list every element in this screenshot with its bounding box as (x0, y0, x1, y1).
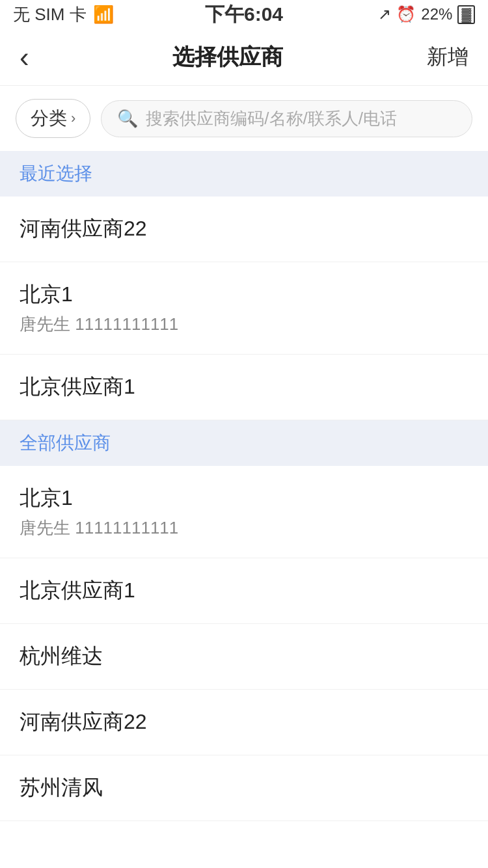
item-name: 北京1 (20, 280, 468, 309)
item-sub: 唐先生 11111111111 (20, 313, 468, 336)
alarm-icon: ⏰ (396, 5, 416, 23)
list-item[interactable]: 苏州清风 (0, 755, 488, 821)
status-right: ↗ ⏰ 22% ▓ (378, 5, 475, 24)
recent-section-header: 最近选择 (0, 151, 488, 197)
battery-icon: ▓ (457, 5, 475, 24)
search-icon: 🔍 (117, 109, 138, 129)
wifi-icon: 📶 (93, 5, 114, 25)
item-name: 杭州维达 (20, 642, 468, 671)
nav-bar: ‹ 选择供应商 新增 (0, 29, 488, 86)
search-box: 🔍 (101, 100, 472, 137)
item-name: 河南供应商22 (20, 708, 468, 737)
item-name: 北京供应商1 (20, 373, 468, 401)
item-sub: 唐先生 11111111111 (20, 517, 468, 539)
battery-label: 22% (421, 5, 452, 23)
list-item[interactable]: 北京供应商1 (0, 558, 488, 624)
sim-label: 无 SIM 卡 (13, 3, 87, 26)
all-section-header: 全部供应商 (0, 420, 488, 466)
status-bar: 无 SIM 卡 📶 下午6:04 ↗ ⏰ 22% ▓ (0, 0, 488, 29)
recent-list: 河南供应商22北京1唐先生 11111111111北京供应商1 (0, 197, 488, 420)
list-item[interactable]: 河南供应商22 (0, 197, 488, 262)
chevron-right-icon: › (71, 110, 75, 127)
item-name: 北京1 (20, 484, 468, 513)
status-left: 无 SIM 卡 📶 (13, 3, 114, 26)
item-name: 苏州清风 (20, 774, 468, 802)
all-list: 北京1唐先生 11111111111北京供应商1杭州维达河南供应商22苏州清风 (0, 466, 488, 821)
list-item[interactable]: 北京1唐先生 11111111111 (0, 466, 488, 558)
list-item[interactable]: 北京1唐先生 11111111111 (0, 262, 488, 355)
list-item[interactable]: 北京供应商1 (0, 355, 488, 420)
search-input[interactable] (146, 109, 456, 129)
all-section-title: 全部供应商 (20, 433, 111, 453)
back-button[interactable]: ‹ (20, 43, 29, 72)
item-name: 河南供应商22 (20, 215, 468, 243)
filter-row: 分类 › 🔍 (0, 86, 488, 151)
list-item[interactable]: 河南供应商22 (0, 690, 488, 755)
page-title: 选择供应商 (172, 42, 283, 72)
category-button[interactable]: 分类 › (16, 99, 90, 138)
list-item[interactable]: 杭州维达 (0, 624, 488, 690)
add-button[interactable]: 新增 (427, 43, 468, 72)
status-time: 下午6:04 (205, 1, 283, 28)
location-icon: ↗ (378, 5, 391, 23)
item-name: 北京供应商1 (20, 576, 468, 605)
recent-section-title: 最近选择 (20, 163, 92, 183)
category-label: 分类 (31, 106, 67, 131)
